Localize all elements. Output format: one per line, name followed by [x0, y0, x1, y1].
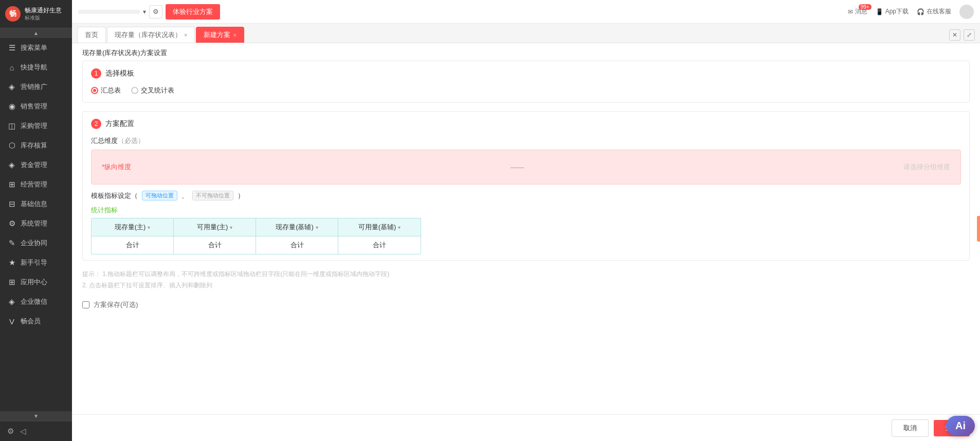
- logo-text: 畅康通好生意 标准版: [25, 7, 62, 22]
- save-checkbox[interactable]: [82, 301, 89, 308]
- sidebar-item-sales[interactable]: ◉ 销售管理: [0, 97, 72, 116]
- tab-home[interactable]: 首页: [77, 27, 106, 43]
- sidebar-item-search[interactable]: ☰ 搜索菜单: [0, 38, 72, 58]
- user-avatar[interactable]: [959, 5, 974, 19]
- sidebar-item-marketing[interactable]: ◈ 营销推广: [0, 77, 72, 97]
- app-download-item[interactable]: 📱 App下载: [876, 7, 909, 16]
- tip-line-1: 提示： 1.拖动标题栏可以调整布局，不可跨维度或指标区域拖动栏目字段(只能在同一…: [82, 269, 970, 280]
- stat-data-0-2: 合计: [256, 236, 338, 254]
- indicator-label: 模板指标设定（ 可拖动位置 、 不可拖动位置 ）: [91, 191, 961, 200]
- right-panel-indicator: [977, 216, 980, 242]
- sidebar-logo: 畅 畅康通好生意 标准版: [0, 0, 72, 28]
- tab-inventory[interactable]: 现存量（库存状况表） ×: [107, 27, 195, 43]
- save-row: 方案保存(可选): [72, 295, 980, 315]
- purchase-icon: ◫: [7, 121, 16, 131]
- step1-section: 1 选择模板 汇总表 交叉统计表: [82, 61, 970, 103]
- tip-line-2: 2. 点击标题栏下拉可设置排序、插入列和删除列: [82, 280, 970, 291]
- headset-icon: 🎧: [917, 8, 924, 15]
- message-badge: 99+: [859, 4, 872, 10]
- tab-inventory-close[interactable]: ×: [184, 32, 187, 38]
- tab-close-btn[interactable]: ✕: [949, 29, 960, 41]
- stat-header-1[interactable]: 可用量(主) ▾: [174, 218, 256, 236]
- marketing-icon: ◈: [7, 82, 16, 91]
- volume-icon[interactable]: ◁: [20, 427, 26, 436]
- stat-header-0[interactable]: 现存量(主) ▾: [92, 218, 174, 236]
- topbar-dropdown[interactable]: ▾: [143, 8, 146, 15]
- sidebar-item-quick-nav[interactable]: ⌂ 快捷导航: [0, 58, 72, 77]
- save-label: 方案保存(可选): [94, 300, 138, 309]
- chevron-icon-1: ▾: [230, 225, 232, 230]
- newbie-icon: ★: [7, 258, 16, 267]
- sidebar: 畅 畅康通好生意 标准版 ▲ ☰ 搜索菜单 ⌂ 快捷导航 ◈ 营销推广 ◉ 销售…: [0, 0, 72, 441]
- wechat-icon: ◈: [7, 297, 16, 306]
- sidebar-item-wechat[interactable]: ◈ 企业微信: [0, 292, 72, 311]
- template-radio-group: 汇总表 交叉统计表: [91, 86, 961, 95]
- radio-summary[interactable]: 汇总表: [91, 86, 121, 95]
- sidebar-item-member[interactable]: V 畅会员: [0, 311, 72, 331]
- cancel-button[interactable]: 取消: [892, 419, 929, 437]
- stat-table: 现存量(主) ▾ 可用量(主) ▾ 现存量(基辅) ▾ 可用量(基辅): [91, 218, 421, 254]
- topbar-gear-btn[interactable]: ⚙: [149, 5, 162, 19]
- tips-section: 提示： 1.拖动标题栏可以调整布局，不可跨维度或指标区域拖动栏目字段(只能在同一…: [82, 269, 970, 291]
- tab-expand-btn[interactable]: ⤢: [964, 29, 975, 41]
- stat-header-row: 现存量(主) ▾ 可用量(主) ▾ 现存量(基辅) ▾ 可用量(基辅): [92, 218, 421, 236]
- sidebar-item-base-info[interactable]: ⊟ 基础信息: [0, 194, 72, 214]
- sidebar-up-arrow[interactable]: ▲: [0, 28, 72, 38]
- logo-icon: 畅: [5, 6, 21, 22]
- dim-placeholder-text: 请选择分组维度: [903, 162, 950, 172]
- dim-required-label: *纵向维度: [102, 162, 131, 172]
- dim-separator: ——: [137, 163, 897, 171]
- settings-icon[interactable]: ⚙: [7, 427, 14, 436]
- tab-new-plan-close[interactable]: ×: [233, 32, 236, 38]
- no-drag-tag: 不可拖动位置: [192, 191, 233, 200]
- system-icon: ⚙: [7, 219, 16, 228]
- app-center-icon: ⊞: [7, 278, 16, 287]
- finance-icon: ◈: [7, 160, 16, 170]
- base-info-icon: ⊟: [7, 199, 16, 209]
- radio-cross-label: 交叉统计表: [141, 86, 174, 95]
- step2-section: 2 方案配置 汇总维度（必选） *纵向维度 —— 请选择分组维度: [82, 111, 970, 261]
- sidebar-down-arrow[interactable]: ▼: [0, 411, 72, 421]
- dim-section: 汇总维度（必选） *纵向维度 —— 请选择分组维度: [91, 136, 961, 185]
- step1-title: 1 选择模板: [91, 68, 961, 79]
- stat-data-0-1: 合计: [174, 236, 256, 254]
- sidebar-item-collab[interactable]: ✎ 企业协同: [0, 233, 72, 253]
- sales-icon: ◉: [7, 102, 16, 111]
- radio-cross[interactable]: 交叉统计表: [131, 86, 174, 95]
- step1-title-text: 选择模板: [105, 69, 134, 78]
- draggable-tag: 可拖动位置: [142, 191, 177, 200]
- sidebar-item-newbie[interactable]: ★ 新手引导: [0, 253, 72, 272]
- sidebar-item-inventory[interactable]: ⬡ 库存核算: [0, 136, 72, 155]
- tab-new-plan[interactable]: 新建方案 ×: [196, 27, 244, 43]
- ai-button[interactable]: Ai: [946, 416, 975, 436]
- step2-title: 2 方案配置: [91, 119, 961, 129]
- message-icon: ✉: [848, 8, 853, 15]
- stat-header-2[interactable]: 现存量(基辅) ▾: [256, 218, 338, 236]
- indicator-label-sep: 、: [182, 191, 188, 200]
- page-title: 现存量(库存状况表)方案设置: [72, 43, 980, 61]
- stat-data-0-3: 合计: [338, 236, 421, 254]
- stat-data-0-0: 合计: [92, 236, 174, 254]
- collab-icon: ✎: [7, 238, 16, 248]
- sidebar-item-app-center[interactable]: ⊞ 应用中心: [0, 272, 72, 292]
- tab-new-plan-label: 新建方案: [204, 30, 230, 40]
- dim-header: 汇总维度（必选）: [91, 136, 961, 145]
- topbar-search-display: [78, 10, 140, 14]
- topbar-right: ✉ 消息 99+ 📱 App下载 🎧 在线客服: [848, 5, 974, 19]
- sidebar-scroll: ☰ 搜索菜单 ⌂ 快捷导航 ◈ 营销推广 ◉ 销售管理 ◫ 采购管理 ⬡ 库存核…: [0, 38, 72, 411]
- stat-header-3[interactable]: 可用量(基辅) ▾: [338, 218, 421, 236]
- dim-row: *纵向维度 —— 请选择分组维度: [102, 162, 950, 172]
- sidebar-item-finance[interactable]: ◈ 资金管理: [0, 155, 72, 175]
- sidebar-item-ops[interactable]: ⊞ 经营管理: [0, 175, 72, 194]
- online-service-item[interactable]: 🎧 在线客服: [917, 7, 951, 16]
- stat-data-row-0: 合计 合计 合计 合计: [92, 236, 421, 254]
- step2-title-text: 方案配置: [105, 119, 134, 128]
- ops-icon: ⊞: [7, 180, 16, 189]
- trial-button[interactable]: 体验行业方案: [166, 4, 220, 20]
- sidebar-item-purchase[interactable]: ◫ 采购管理: [0, 116, 72, 136]
- indicator-settings: 模板指标设定（ 可拖动位置 、 不可拖动位置 ） 统计指标 现存量(主) ▾ 可…: [91, 191, 961, 256]
- stat-label: 统计指标: [91, 206, 961, 215]
- sidebar-item-system[interactable]: ⚙ 系统管理: [0, 214, 72, 233]
- chevron-icon-2: ▾: [316, 225, 318, 230]
- message-item[interactable]: ✉ 消息 99+: [848, 7, 867, 16]
